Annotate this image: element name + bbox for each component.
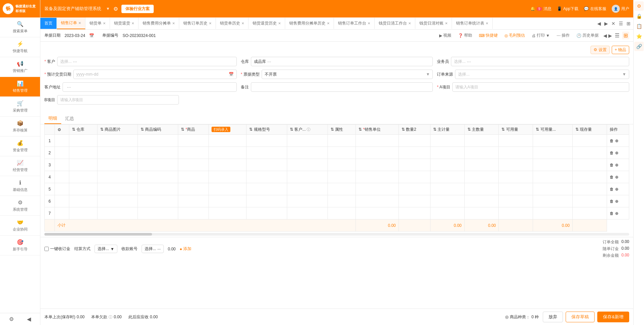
- address-input[interactable]: ···: [63, 82, 237, 92]
- print-btn[interactable]: 🖨 打印 ▼: [530, 32, 552, 39]
- order-source-select[interactable]: 选择... ▼: [455, 70, 629, 79]
- row-customer-code-1[interactable]: [287, 135, 328, 147]
- copy-row-icon[interactable]: ⊕: [615, 163, 618, 167]
- close-tab[interactable]: ✕: [131, 22, 134, 25]
- notification-item[interactable]: 🔔 9 消息: [530, 6, 552, 12]
- b-project-input[interactable]: 请输入B项目: [57, 95, 179, 105]
- sidebar-item-finance[interactable]: 💰 资金管理: [0, 136, 40, 156]
- app-download-item[interactable]: 📱 App下载: [557, 6, 578, 12]
- user-item[interactable]: 👤 用户: [612, 5, 629, 13]
- col-settings-header[interactable]: ⚙: [55, 125, 69, 135]
- save-new-button[interactable]: 保存&新增: [597, 312, 629, 322]
- sidebar-item-basic-info[interactable]: ℹ 基础信息: [0, 176, 40, 196]
- close-tab[interactable]: ✕: [445, 22, 448, 25]
- delete-row-icon[interactable]: 🗑: [610, 151, 614, 155]
- grid-view-icon[interactable]: ⊞: [622, 32, 629, 39]
- customer-code-info-icon[interactable]: ⓘ: [307, 127, 310, 131]
- payment-select[interactable]: 选择... ▼: [94, 245, 117, 253]
- close-tab[interactable]: ✕: [172, 22, 175, 25]
- close-tab[interactable]: ✕: [241, 22, 244, 25]
- settings-icon[interactable]: ⚙: [9, 316, 14, 322]
- tab-sales-order[interactable]: 销售订单 ✕: [57, 17, 85, 29]
- tab-order-workbench[interactable]: 销售订单工作台 ✕: [334, 18, 375, 29]
- tab-daily-clear-workbench[interactable]: 钱货日清工作台 ✕: [375, 18, 415, 29]
- list-view-icon[interactable]: ☰: [615, 32, 619, 39]
- close-tab[interactable]: ✕: [327, 22, 330, 25]
- right-link-icon[interactable]: 🔗: [634, 42, 644, 51]
- delete-row-icon[interactable]: 🗑: [610, 138, 614, 143]
- sidebar-item-quicknav[interactable]: ⚡ 快捷导航: [0, 37, 40, 57]
- sidebar-item-purchase[interactable]: 🛒 采购管理: [0, 97, 40, 117]
- settings-button[interactable]: ⚙ 设置: [591, 46, 609, 54]
- tab-fee-history[interactable]: 销售费用分摊单历史 ✕: [285, 18, 334, 29]
- online-service-item[interactable]: 💬 在线客服: [584, 6, 606, 12]
- sidebar-item-operations[interactable]: 📈 经营管理: [0, 156, 40, 176]
- staff-input[interactable]: 选择... ···: [451, 57, 629, 66]
- shortcut-btn[interactable]: ⌨ 快捷键: [477, 32, 500, 39]
- right-star-icon[interactable]: ⭐: [634, 32, 644, 41]
- customer-input[interactable]: 选择... ···: [57, 57, 237, 66]
- close-tab[interactable]: ✕: [486, 22, 488, 25]
- copy-row-icon[interactable]: ⊕: [615, 199, 618, 204]
- calendar-icon[interactable]: 📅: [89, 33, 94, 38]
- tab-grid-icon[interactable]: ⊞: [625, 20, 632, 27]
- prev-record-icon[interactable]: ◀: [603, 33, 607, 38]
- copy-row-icon[interactable]: ⊕: [615, 151, 618, 155]
- tab-home[interactable]: 首页: [40, 18, 57, 29]
- close-tab[interactable]: ✕: [408, 22, 411, 25]
- delete-row-icon[interactable]: 🗑: [610, 175, 614, 179]
- sidebar-item-system[interactable]: ⚙ 系统管理: [0, 196, 40, 216]
- right-lock-icon[interactable]: 🔒: [634, 11, 644, 21]
- tab-sales-return[interactable]: 销货退货 ✕: [110, 18, 139, 29]
- tab-close-all[interactable]: ✕: [610, 20, 617, 27]
- account-select[interactable]: 选择... ···: [142, 245, 164, 253]
- copy-row-icon[interactable]: ⊕: [615, 187, 618, 192]
- profit-btn[interactable]: ◎ 毛利预估: [502, 32, 527, 39]
- sidebar-item-search[interactable]: 🔍 搜索菜单: [0, 17, 40, 37]
- tab-fee-split[interactable]: 销售费用分摊单 ✕: [139, 18, 179, 29]
- row-attribute-1[interactable]: [328, 135, 356, 147]
- copy-row-icon[interactable]: ⊕: [615, 175, 618, 179]
- sidebar-item-inventory[interactable]: 📦 库存核算: [0, 117, 40, 136]
- row-qty2-1[interactable]: [399, 135, 430, 147]
- delivery-input[interactable]: yyyy-mm-dd 📅: [73, 70, 237, 79]
- view-btn[interactable]: ▶ 视频: [437, 32, 453, 39]
- tab-invoice-history[interactable]: 销货单历史 ✕: [216, 18, 249, 29]
- sidebar-item-enterprise[interactable]: 🤝 企业协同: [0, 216, 40, 236]
- tab-menu[interactable]: ☰: [617, 20, 624, 27]
- action-btn[interactable]: ⋯ 操作: [555, 32, 572, 39]
- scan-btn[interactable]: 扫码录入: [212, 127, 230, 132]
- detail-tab-detail[interactable]: 明细: [44, 113, 61, 124]
- tab-return-history[interactable]: 销货退货历史 ✕: [249, 18, 285, 29]
- scrollbar-thumb[interactable]: [44, 233, 152, 236]
- note-input[interactable]: [251, 82, 433, 92]
- info-circle-icon[interactable]: ⓘ: [109, 315, 112, 320]
- tab-order-stats[interactable]: 销售订单统计表 ✕: [452, 18, 493, 29]
- right-clipboard-icon[interactable]: 📋: [634, 22, 644, 31]
- horizontal-scrollbar[interactable]: [44, 233, 629, 236]
- tab-daily-reconcile[interactable]: 钱货日清对账 ✕: [415, 18, 452, 29]
- add-payment-btn[interactable]: ● 添加: [180, 246, 191, 252]
- row-warehouse-1[interactable]: [69, 135, 98, 147]
- collapse-icon[interactable]: ◀: [27, 316, 31, 322]
- save-draft-button[interactable]: 保存草稿: [566, 312, 595, 322]
- copy-row-icon[interactable]: ⊕: [615, 138, 618, 143]
- row-spec-1[interactable]: [247, 135, 287, 147]
- detail-tab-summary[interactable]: 汇总: [61, 114, 78, 124]
- row-check-1[interactable]: [55, 135, 69, 147]
- tab-prev-arrow[interactable]: ◀: [596, 20, 602, 27]
- close-tab[interactable]: ✕: [103, 22, 106, 25]
- delete-row-icon[interactable]: 🗑: [610, 211, 614, 216]
- tab-order-history[interactable]: 销售订单历史 ✕: [179, 18, 216, 29]
- delete-row-icon[interactable]: 🗑: [610, 163, 614, 167]
- help-btn[interactable]: ❓ 帮助: [456, 32, 474, 39]
- close-sales-order-tab[interactable]: ✕: [78, 21, 81, 25]
- copy-row-icon[interactable]: ⊕: [615, 211, 618, 216]
- tab-next-arrow[interactable]: ▶: [603, 20, 609, 27]
- delete-row-icon[interactable]: 🗑: [610, 199, 614, 204]
- right-settings-icon[interactable]: ⚙: [634, 1, 644, 11]
- row-product-1[interactable]: [178, 135, 209, 147]
- row-unit-1[interactable]: [356, 135, 399, 147]
- settings-gear-icon[interactable]: ⚙: [113, 6, 118, 12]
- industry-btn[interactable]: 体验行业方案: [121, 5, 154, 13]
